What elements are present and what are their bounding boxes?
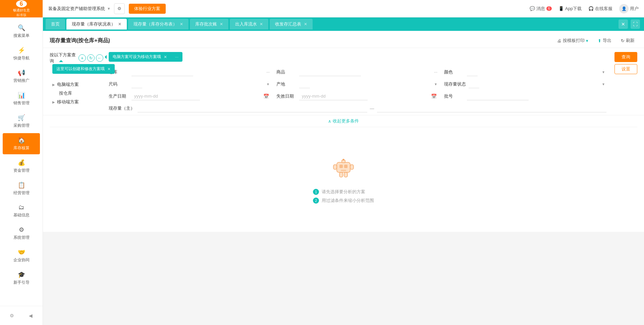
stock-status-select-wrap [469, 80, 606, 88]
export-btn[interactable]: ⬆ 导出 [595, 36, 614, 45]
scheme-pc[interactable]: ▶ 电脑端方案 [50, 80, 103, 89]
print-dropdown-icon: ▾ [586, 38, 588, 43]
warehouse-input[interactable] [131, 68, 193, 76]
settings-bottom-btn[interactable]: ⚙ [7, 310, 17, 321]
close-tab-inout[interactable]: ✕ [260, 22, 263, 26]
sidebar-item-sales[interactable]: 📊 销售管理 [3, 88, 40, 109]
tab-batch[interactable]: 库存批次账 ✕ [190, 19, 228, 30]
scheme-pc-children: 按仓库 [50, 89, 103, 98]
origin-select[interactable] [299, 80, 310, 88]
batch-input-wrap [467, 92, 606, 100]
svg-rect-7 [350, 165, 354, 169]
sidebar-item-purchase[interactable]: 🛒 采购管理 [3, 111, 40, 132]
sidebar-item-finance[interactable]: 💰 资金管理 [3, 156, 40, 177]
stock-main-dash: — [370, 106, 374, 111]
batch-input[interactable] [467, 92, 529, 100]
tab-inout-label: 出入库流水 [235, 21, 257, 27]
print-btn[interactable]: 🖨 按模板打印 ▾ [554, 36, 591, 45]
exp-date-input[interactable] [299, 92, 368, 100]
prod-date-input[interactable] [131, 92, 200, 100]
add-scheme-btn[interactable]: + [78, 54, 86, 62]
search-btn[interactable]: 查询 [614, 52, 637, 62]
online-support-btn[interactable]: 🎧 在线客服 [588, 6, 612, 12]
reset-btn[interactable]: 设置 [614, 64, 637, 74]
empty-tip-1-text: 请先选择要分析的方案 [322, 187, 365, 196]
sidebar-item-search-label: 搜索菜单 [13, 33, 30, 39]
stock-status-select[interactable] [469, 80, 479, 88]
exp-date-wrap: 📅 [299, 92, 439, 100]
sidebar-item-search[interactable]: 🔍 搜索菜单 [3, 21, 40, 42]
sidebar-item-system-label: 系统管理 [13, 235, 30, 240]
sidebar-item-marketing[interactable]: 📢 营销推广 [3, 66, 40, 87]
field-exp-date: 失效日期 📅 [276, 92, 439, 100]
refresh-scheme-btn[interactable]: ↻ [87, 54, 95, 62]
sidebar-item-system[interactable]: ⚙ 系统管理 [3, 223, 40, 244]
close-all-tabs-btn[interactable]: ✕ [619, 19, 628, 29]
tab-collection[interactable]: 收发存汇总表 ✕ [270, 19, 313, 30]
goods-input[interactable] [299, 68, 361, 76]
scheme-mobile[interactable]: ▶ 移动端方案 [50, 98, 103, 106]
close-tab-inventory-status[interactable]: ✕ [118, 22, 121, 26]
user-profile-btn[interactable]: 👤 用户 [619, 4, 639, 13]
app-download-btn[interactable]: 📱 App下载 [558, 6, 582, 12]
sidebar-item-operations[interactable]: 📋 经营管理 [3, 178, 40, 199]
purchase-icon: 🛒 [18, 114, 25, 121]
user-avatar: 👤 [619, 4, 629, 13]
sidebar-item-guide[interactable]: 🎓 新手引导 [3, 268, 40, 289]
origin-select-wrap [299, 80, 439, 88]
sidebar-item-cooperation[interactable]: 🤝 企业协同 [3, 245, 40, 266]
stock-main-input[interactable] [138, 104, 367, 112]
tooltip-scheme-close[interactable]: ✕ [164, 55, 167, 59]
field-goods: 商品 ··· [276, 68, 439, 76]
tooltip-edit-close[interactable]: ✕ [107, 67, 111, 71]
stock-main-end-input[interactable] [377, 104, 607, 112]
tooltip-edit-text: 这里可以创建和修改方案哦 [56, 66, 105, 72]
field-stock-status: 现存量状态 [444, 80, 606, 88]
goods-input-wrap: ··· [299, 68, 439, 76]
app-badge: 标准版 [16, 13, 26, 17]
tab-inout[interactable]: 出入库流水 ✕ [230, 19, 268, 30]
tip-num-2: 2 [313, 198, 319, 204]
color-select[interactable] [467, 68, 478, 76]
scheme-column: 按以下方案查询 + ↻ ← 这里可以创建和修改方案哦 ✕ [50, 52, 103, 106]
sidebar-item-basic[interactable]: 🗂 基础信息 [3, 201, 40, 221]
size-select[interactable] [131, 80, 142, 88]
operations-icon: 📋 [18, 181, 25, 189]
tab-inventory-status[interactable]: 现存量（库存状况表） ✕ [66, 19, 127, 30]
sales-icon: 📊 [18, 92, 25, 99]
settings-gear-btn[interactable]: ⚙ [114, 3, 125, 14]
filter-section: 按以下方案查询 + ↻ ← 这里可以创建和修改方案哦 ✕ [43, 48, 644, 115]
field-batch-label: 批号 [444, 93, 464, 99]
fields-row-1: 仓库 ··· 商品 ··· [109, 68, 606, 76]
message-icon: 💬 [530, 6, 535, 11]
close-tab-batch[interactable]: ✕ [220, 22, 223, 26]
trial-btn[interactable]: 体验行业方案 [129, 4, 166, 14]
message-btn[interactable]: 💬 消息 6 [530, 6, 552, 12]
close-tab-collection[interactable]: ✕ [304, 22, 307, 26]
field-goods-label: 商品 [276, 69, 297, 75]
back-scheme-btn[interactable]: ← [96, 54, 103, 62]
tab-inventory-dist[interactable]: 现存量（库存分布表） ✕ [128, 19, 189, 30]
close-tab-inventory-dist[interactable]: ✕ [180, 22, 183, 26]
tab-inventory-status-label: 现存量（库存状况表） [72, 21, 115, 27]
sidebar-item-inventory[interactable]: 🏠 库存核算 [3, 133, 40, 154]
collapse-sidebar-btn[interactable]: ◀ [25, 310, 36, 321]
scheme-warehouse[interactable]: 按仓库 [56, 89, 103, 98]
collapse-btn[interactable]: ∧ 收起更多条件 [328, 118, 359, 124]
refresh-btn[interactable]: ↻ 刷新 [618, 36, 637, 45]
sidebar-item-quicknav[interactable]: ⚡ 快捷导航 [3, 43, 40, 64]
field-color-label: 颜色 [444, 69, 464, 75]
sidebar-item-operations-label: 经营管理 [13, 190, 30, 196]
refresh-icon: ↻ [621, 38, 625, 43]
tab-home[interactable]: 首页 [46, 19, 65, 30]
user-label: 用户 [630, 6, 639, 12]
sidebar-item-quicknav-label: 快捷导航 [13, 55, 30, 61]
export-label: 导出 [603, 38, 611, 44]
scheme-tree: ▶ 电脑端方案 按仓库 ▶ 移动端方案 [50, 80, 103, 106]
collapse-icon: ∧ [328, 119, 331, 124]
marketing-icon: 📢 [18, 69, 25, 76]
empty-tip-2-text: 用过滤条件来缩小分析范围 [322, 196, 374, 205]
cooperation-icon: 🤝 [18, 249, 25, 256]
maximize-btn[interactable]: ⛶ [631, 19, 640, 29]
sidebar-item-cooperation-label: 企业协同 [13, 257, 30, 263]
